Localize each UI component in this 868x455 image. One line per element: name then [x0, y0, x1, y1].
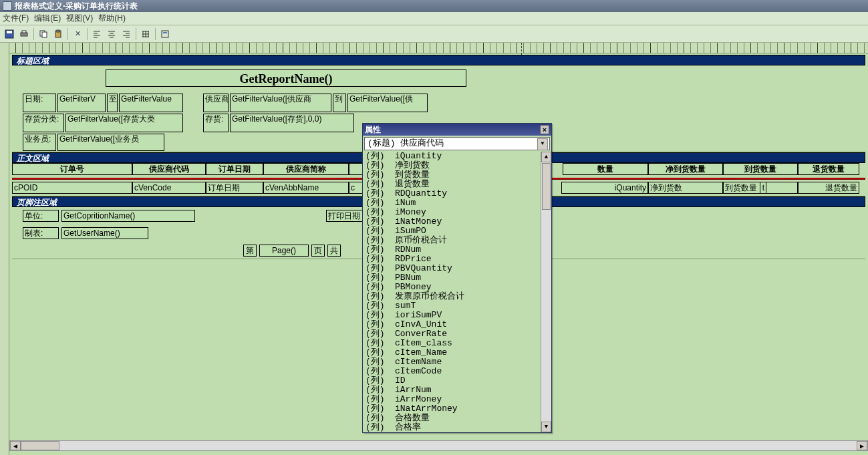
property-list-item[interactable]: (列)RDNum	[363, 245, 551, 255]
property-list-item[interactable]: (列)sumT	[363, 301, 551, 311]
col-net-arr[interactable]: 净到货数量	[648, 163, 723, 175]
menu-file[interactable]: 文件(F)	[3, 13, 29, 24]
scroll-thumb[interactable]	[21, 441, 59, 450]
scroll-track[interactable]	[21, 441, 857, 450]
scroll-right-icon[interactable]: ►	[857, 441, 867, 450]
property-list-item[interactable]: (列)cInvA_Unit	[363, 320, 551, 329]
property-list-item[interactable]: (列)PBVQuantity	[363, 264, 551, 273]
scroll-down-icon[interactable]: ▼	[541, 422, 551, 432]
cell-netarr[interactable]: 净到货数	[648, 182, 723, 194]
col-return[interactable]: 退货数量	[798, 163, 859, 175]
property-list-item[interactable]: (列)原币价税合计	[363, 236, 551, 245]
property-list[interactable]: ▲ ▼ (列)iQuantity(列)净到货数(列)到货数量(列)退货数量(列)…	[363, 152, 551, 432]
col-trunc[interactable]	[349, 163, 364, 175]
property-list-item[interactable]: (列)PBNum	[363, 273, 551, 283]
property-list-item[interactable]: (列)ID	[363, 376, 551, 386]
align-right-button[interactable]	[120, 27, 133, 41]
col-arr-qty[interactable]: 到货数量	[723, 163, 798, 175]
scroll-up-icon[interactable]: ▲	[541, 152, 551, 162]
section-title-bar[interactable]: 标题区域	[12, 55, 865, 65]
field-date-to[interactable]: GetFilterValue	[119, 94, 183, 112]
menu-help[interactable]: 帮助(H)	[98, 13, 126, 24]
menu-view[interactable]: 视图(V)	[66, 13, 93, 24]
label-vendor[interactable]: 供应商	[203, 94, 229, 112]
save-button[interactable]	[3, 27, 16, 41]
property-list-item[interactable]: (列)到货数量	[363, 170, 551, 180]
menu-edit[interactable]: 编辑(E)	[34, 13, 61, 24]
cell-cpoid[interactable]: cPOID	[12, 182, 132, 194]
property-list-item[interactable]: (列)ioriSumPV	[363, 311, 551, 320]
label-inv[interactable]: 存货:	[203, 114, 229, 132]
property-list-item[interactable]: (列)iQuantity	[363, 152, 551, 161]
label-page-ye[interactable]: 页	[311, 245, 325, 257]
print-button[interactable]	[17, 27, 31, 41]
label-print-date[interactable]: 打印日期	[326, 210, 364, 222]
align-center-button[interactable]	[105, 27, 118, 41]
property-list-item[interactable]: (列)cItemCode	[363, 367, 551, 376]
cell-return[interactable]: 退货数量	[798, 182, 859, 194]
properties-titlebar[interactable]: 属性 ×	[363, 124, 551, 136]
label-to[interactable]: 至	[107, 94, 118, 112]
property-selector-combo[interactable]: (标题) 供应商代码	[364, 137, 550, 150]
col-vendor-code[interactable]: 供应商代码	[132, 163, 206, 175]
label-biz[interactable]: 业务员:	[23, 134, 56, 151]
field-maker[interactable]: GetUserName()	[61, 227, 148, 239]
scroll-left-icon[interactable]: ◄	[10, 441, 21, 450]
cell-trunc[interactable]: c	[349, 182, 364, 194]
property-list-item[interactable]: (列)PBMoney	[363, 283, 551, 292]
property-list-item[interactable]: (列)cItemName	[363, 357, 551, 367]
label-page-di[interactable]: 第	[243, 245, 257, 257]
cell-iquantity[interactable]: iQuantity	[561, 182, 648, 194]
scroll-thumb[interactable]	[542, 163, 551, 210]
properties-window[interactable]: 属性 × (标题) 供应商代码 ▲ ▼ (列)iQuantity(列)净到货数(…	[362, 123, 552, 433]
col-order-date[interactable]: 订单日期	[206, 163, 263, 175]
field-vendor-from[interactable]: GetFilterValue([供应商	[230, 94, 331, 112]
field-biz[interactable]: GetFilterValue([业务员	[57, 134, 164, 151]
field-unit[interactable]: GetCopritionName()	[61, 210, 195, 222]
label-date[interactable]: 日期:	[23, 94, 56, 112]
report-title-field[interactable]: GetReportName()	[106, 69, 466, 87]
cell-vencode[interactable]: cVenCode	[132, 182, 206, 194]
field-page-fn[interactable]: Page()	[259, 245, 309, 257]
property-list-item[interactable]: (列)iArrNum	[363, 386, 551, 395]
property-list-item[interactable]: (列)ConverRate	[363, 329, 551, 339]
property-list-item[interactable]: (列)合格数量	[363, 414, 551, 423]
col-order-no[interactable]: 订单号	[12, 163, 132, 175]
property-list-item[interactable]: (列)iNum	[363, 198, 551, 208]
close-icon[interactable]: ×	[540, 125, 549, 134]
property-list-item[interactable]: (列)合格率	[363, 423, 551, 432]
property-list-item[interactable]: (列)iArrMoney	[363, 395, 551, 404]
property-list-item[interactable]: (列)cItem_class	[363, 339, 551, 348]
label-unit[interactable]: 单位:	[23, 210, 59, 222]
horizontal-scrollbar[interactable]: ◄ ►	[9, 440, 868, 451]
property-list-item[interactable]: (列)iNatMoney	[363, 217, 551, 226]
property-list-item[interactable]: (列)RDQuantity	[363, 189, 551, 198]
label-maker[interactable]: 制表:	[23, 227, 59, 239]
col-qty[interactable]: 数量	[563, 163, 648, 175]
property-list-item[interactable]: (列)RDPrice	[363, 255, 551, 264]
label-page-gong[interactable]: 共	[327, 245, 341, 257]
property-list-item[interactable]: (列)发票原币价税合计	[363, 292, 551, 301]
vertical-scrollbar[interactable]: ▲ ▼	[541, 152, 551, 432]
properties-button[interactable]	[158, 27, 172, 41]
grid-button[interactable]	[139, 27, 152, 41]
field-date-from[interactable]: GetFilterV	[57, 94, 106, 112]
property-list-item[interactable]: (列)退货数量	[363, 180, 551, 189]
field-invcat[interactable]: GetFilterValue([存货大类	[65, 114, 183, 132]
field-vendor-to[interactable]: GetFilterValue([供	[347, 94, 428, 112]
label-invcat[interactable]: 存货分类:	[23, 114, 64, 132]
field-inv[interactable]: GetFilterValue([存货],0,0)	[230, 114, 354, 132]
cell-trunc-right[interactable]: t	[760, 182, 766, 194]
property-list-item[interactable]: (列)iMoney	[363, 208, 551, 217]
property-list-item[interactable]: (列)iSumPO	[363, 226, 551, 236]
align-left-button[interactable]	[90, 27, 104, 41]
delete-button[interactable]: ✕	[71, 27, 84, 41]
property-list-item[interactable]: (列)cItem_Name	[363, 348, 551, 357]
paste-button[interactable]	[51, 27, 65, 41]
property-list-item[interactable]: (列)iNatArrMoney	[363, 404, 551, 414]
property-list-item[interactable]: (列)净到货数	[363, 161, 551, 170]
cell-date[interactable]: 订单日期	[206, 182, 263, 194]
cell-venabbr[interactable]: cVenAbbName	[263, 182, 349, 194]
col-vendor-abbr[interactable]: 供应商简称	[263, 163, 349, 175]
copy-button[interactable]	[37, 27, 50, 41]
